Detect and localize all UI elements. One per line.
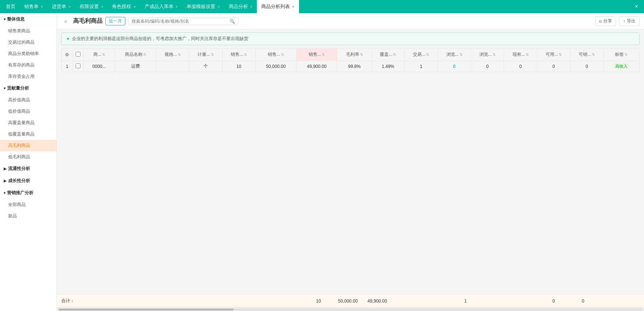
export-button[interactable]: ↑ 导出	[619, 16, 640, 26]
close-icon[interactable]: ×	[68, 4, 71, 9]
nav-product-analysis[interactable]: 商品分析 ×	[224, 0, 257, 13]
nav-role[interactable]: 角色授权 ×	[108, 0, 140, 13]
nav-home[interactable]: 首页	[1, 0, 20, 13]
scrollbar-thumb[interactable]	[58, 308, 234, 311]
cell-spec	[156, 61, 189, 72]
chevron-down-icon: ▾	[4, 86, 6, 90]
chevron-right-icon: ▶	[4, 179, 7, 183]
chevron-right-icon: ▶	[4, 167, 7, 171]
scrollbar-track[interactable]	[58, 308, 643, 311]
col-saleable-stock[interactable]: 可销...⇅	[570, 48, 603, 61]
col-available-stock[interactable]: 可用...⇅	[537, 48, 570, 61]
close-icon[interactable]: ×	[292, 4, 294, 9]
sidebar-item-stock-fund[interactable]: 库存资金占用	[0, 71, 57, 82]
footer-cell-11	[510, 299, 539, 304]
col-name[interactable]: 商品名称⇅	[115, 48, 156, 61]
window-close-button[interactable]: ×	[630, 0, 643, 13]
cell-name: 运费	[115, 61, 156, 72]
cell-index: 1	[62, 61, 73, 72]
sidebar-item-in-stock[interactable]: 有库存的商品	[0, 59, 57, 71]
col-settings[interactable]: ⚙	[62, 48, 73, 61]
share-button[interactable]: ⎋ 分享	[595, 16, 616, 26]
sidebar-item-all-goods[interactable]: 全部商品	[0, 199, 57, 210]
col-code[interactable]: 商...⇅	[84, 48, 115, 61]
horizontal-scrollbar[interactable]	[57, 307, 644, 311]
cell-saleable-stock: 0	[570, 61, 603, 72]
nav-purchase[interactable]: 进货单 ×	[47, 0, 75, 13]
cell-sales-profit: 49,900.00	[296, 61, 337, 72]
col-current-stock[interactable]: 现有...⇅	[504, 48, 537, 61]
close-icon[interactable]: ×	[217, 4, 220, 9]
footer-cells: 10 50,000.00 49,900.00 1 0 0	[186, 299, 627, 304]
nav-product-in[interactable]: 产成品入库单 ×	[140, 0, 182, 13]
sidebar-item-category-rate[interactable]: 商品分类助销率	[0, 48, 57, 59]
nav-permission[interactable]: 权限设置 ×	[75, 0, 108, 13]
sidebar-item-high-coverage[interactable]: 高覆盖量商品	[0, 117, 57, 129]
nav-product-analysis-list[interactable]: 商品分析列表 ×	[257, 0, 299, 13]
info-icon: ✦	[66, 36, 70, 41]
cell-gross-margin: 99.8%	[337, 61, 371, 72]
sidebar-collapse-button[interactable]: «	[61, 17, 70, 26]
chevron-down-icon: ▾	[4, 17, 6, 21]
footer-cell-0	[186, 299, 216, 304]
col-unit[interactable]: 计量...⇅	[189, 48, 222, 61]
col-spec[interactable]: 规格...⇅	[156, 48, 189, 61]
footer-cell-7	[392, 299, 421, 304]
sidebar-item-low-margin[interactable]: 低毛利商品	[0, 151, 57, 163]
sidebar-group-overall[interactable]: ▾ 整体信息	[0, 13, 57, 25]
sidebar-group-circulation[interactable]: ▶ 流通性分析	[0, 163, 57, 175]
close-icon[interactable]: ×	[176, 4, 178, 9]
cell-code: 0000...	[84, 61, 115, 72]
select-all-checkbox[interactable]	[76, 52, 80, 57]
sidebar-item-low-coverage[interactable]: 低覆盖量商品	[0, 129, 57, 140]
nav-sales[interactable]: 销售单 ×	[20, 0, 47, 13]
close-icon[interactable]: ×	[133, 4, 136, 9]
col-view2[interactable]: 浏览...⇅	[471, 48, 504, 61]
sidebar-item-high-value[interactable]: 高价值商品	[0, 94, 57, 106]
close-icon[interactable]: ×	[41, 4, 43, 9]
search-input[interactable]	[132, 19, 228, 24]
col-check[interactable]	[73, 48, 84, 61]
close-icon[interactable]: ×	[250, 4, 252, 9]
sidebar-group-growth[interactable]: ▶ 成长性分析	[0, 175, 57, 187]
footer-cell-8	[421, 299, 451, 304]
cell-sales-amount: 50,000.00	[255, 61, 296, 72]
col-sales-amount[interactable]: 销售...⇅	[255, 48, 296, 61]
footer-cell-14	[598, 299, 627, 304]
nav-template[interactable]: 单据模板设置 ×	[182, 0, 224, 13]
col-sales-count[interactable]: 销售...⇅	[222, 48, 255, 61]
sidebar-item-high-margin[interactable]: 高毛利商品	[0, 140, 57, 151]
col-gross-margin[interactable]: 毛利率⇅	[337, 48, 371, 61]
close-icon[interactable]: ×	[101, 4, 103, 9]
col-sales-profit[interactable]: 销售...⇅	[296, 48, 337, 61]
search-icon[interactable]: 🔍	[230, 19, 235, 24]
sidebar-group-marketing[interactable]: ▾ 营销推广分析	[0, 187, 57, 199]
view1-link[interactable]: 0	[453, 64, 456, 69]
sidebar-item-new-goods[interactable]: 新品	[0, 210, 57, 222]
sidebar-item-traded-goods[interactable]: 交易过的商品	[0, 37, 57, 48]
row-checkbox[interactable]	[76, 64, 80, 68]
footer-cell-sales-count: 10	[304, 299, 333, 304]
cell-check[interactable]	[73, 61, 84, 72]
cell-view2: 0	[471, 61, 504, 72]
content-header: « 高毛利商品 近一月 🔍 ⎋ 分享 ↑ 导出	[57, 13, 644, 29]
page-title: 高毛利商品	[73, 17, 102, 25]
sidebar-group-contribution[interactable]: ▾ 贡献量分析	[0, 82, 57, 94]
cell-view1[interactable]: 0	[438, 61, 471, 72]
cell-unit: 个	[189, 61, 222, 72]
total-label: 合计：	[61, 298, 186, 304]
col-coverage[interactable]: 覆盖...⇅	[371, 48, 404, 61]
col-transaction[interactable]: 交易...⇅	[404, 48, 438, 61]
col-view1[interactable]: 浏览...⇅	[438, 48, 471, 61]
time-filter-button[interactable]: 近一月	[105, 17, 125, 25]
sidebar-item-low-value[interactable]: 低价值商品	[0, 106, 57, 117]
footer-cell-transaction: 1	[451, 299, 480, 304]
tag-badge: 高收入	[613, 63, 630, 69]
sidebar-item-sales-goods[interactable]: 销售类商品	[0, 25, 57, 37]
chevron-down-icon: ▾	[4, 191, 6, 195]
info-banner: ✦ 企业的主要的利润都是这部分商品创造的，可考虑加大推广，同时关注库存是不要出现…	[61, 32, 640, 45]
footer-cell-sales-amount: 50,000.00	[333, 299, 363, 304]
col-tag[interactable]: 标签⇅	[603, 48, 639, 61]
main-layout: ▾ 整体信息 销售类商品 交易过的商品 商品分类助销率 有库存的商品 库存资金占…	[0, 13, 644, 311]
search-box: 🔍	[128, 18, 238, 25]
